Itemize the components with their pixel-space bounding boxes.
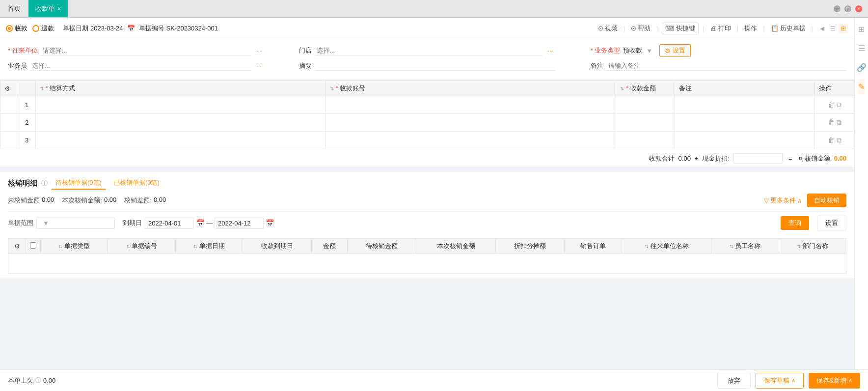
row3-delete-icon[interactable]: 🗑 — [828, 136, 835, 144]
sales-rep-more-button[interactable]: ··· — [254, 62, 264, 70]
counterparty-more-button[interactable]: ··· — [254, 47, 264, 55]
counterparty-input[interactable] — [41, 46, 251, 56]
verify-section: 核销明细 ⓘ 待核销单据(0笔) 已核销单据(0笔) 未核销金额 0.00 本次… — [0, 172, 854, 279]
tab-receipt[interactable]: 收款单 × — [28, 0, 68, 17]
row2-copy-icon[interactable]: ⧉ — [837, 118, 841, 127]
radio-shoukuan[interactable]: 收款 — [6, 24, 27, 33]
help-button[interactable]: ⊙ 帮助 — [629, 23, 652, 34]
sales-rep-input[interactable] — [30, 61, 251, 71]
row1-copy-icon[interactable]: ⧉ — [837, 101, 841, 109]
done-tab[interactable]: 已核销单据(0笔) — [109, 177, 163, 190]
settings-button[interactable]: ⚙ 设置 — [659, 44, 691, 57]
footer-info-icon[interactable]: ⓘ — [35, 376, 41, 385]
history-button[interactable]: 📋 历史单据 — [769, 23, 808, 34]
auto-verify-button[interactable]: 自动核销 — [807, 194, 846, 207]
pending-tab[interactable]: 待核销单据(0笔) — [52, 177, 106, 190]
date-value: 2023-03-24 — [90, 25, 123, 32]
store-input[interactable] — [315, 46, 542, 56]
date-label: 单据日期 — [63, 24, 88, 33]
video-button[interactable]: ⊙ 视频 — [596, 23, 620, 34]
row1-actions: 🗑 ⧉ — [815, 96, 854, 114]
prev-layout-icon[interactable]: ◀ — [817, 24, 827, 33]
row2-amount[interactable] — [616, 114, 675, 132]
radio-tuikuan[interactable]: 退款 — [32, 24, 54, 33]
row3-actions: 🗑 ⧉ — [815, 132, 854, 149]
row2-account[interactable] — [326, 114, 616, 132]
summary-input[interactable] — [315, 61, 555, 71]
store-field: 门店 ··· — [299, 46, 555, 56]
print-button[interactable]: 🖨 打印 — [708, 23, 733, 34]
verify-settings-button[interactable]: 设置 — [817, 216, 846, 230]
more-conditions-button[interactable]: ▽ 更多条件 ∧ — [764, 196, 802, 205]
row1-amount[interactable] — [616, 96, 675, 114]
row1-remark[interactable] — [675, 96, 815, 114]
range-select[interactable]: ▼ — [36, 218, 115, 229]
row3-gear-cell — [0, 132, 18, 149]
business-type-select[interactable]: 预收款 ▼ — [623, 46, 652, 55]
grid-layout-icon[interactable]: ☰ — [828, 24, 838, 33]
main-form: * 往来单位 ··· 门店 ··· * 业务类型 预收款 ▼ ⚙ 设置 — [0, 39, 854, 81]
row1-delete-icon[interactable]: 🗑 — [828, 101, 835, 109]
row2-settlement[interactable] — [36, 114, 326, 132]
verify-info-icon[interactable]: ⓘ — [41, 179, 48, 188]
form-row-2: 业务员 ··· 摘要 备注 — [8, 61, 846, 71]
sidebar-attachment-icon[interactable]: 🔗 — [857, 60, 867, 75]
date-calendar-icon[interactable]: 📅 — [127, 25, 135, 32]
business-type-field: * 业务类型 预收款 ▼ ⚙ 设置 — [591, 44, 846, 57]
window-minimize-button[interactable]: — — [834, 5, 841, 12]
sidebar-list-icon[interactable]: ☰ — [858, 41, 865, 56]
bt-sales-order-header: 销售订单 — [564, 239, 622, 254]
row2-gear-cell — [0, 114, 18, 132]
abandon-button[interactable]: 放弃 — [717, 373, 751, 389]
date-from-calendar-icon[interactable]: 📅 — [196, 219, 204, 227]
bt-gear-icon[interactable]: ⚙ — [14, 243, 20, 250]
sidebar-table-icon[interactable]: ⊞ — [858, 22, 865, 37]
sidebar-edit-icon[interactable]: ✎ — [858, 79, 865, 94]
footer-info: 本单上欠 ⓘ 0.00 — [8, 376, 55, 385]
store-more-button[interactable]: ··· — [545, 47, 555, 55]
remark-label: 备注 — [591, 61, 603, 70]
row2-remark[interactable] — [675, 114, 815, 132]
row3-settlement[interactable] — [36, 132, 326, 149]
verify-header: 核销明细 ⓘ 待核销单据(0笔) 已核销单据(0笔) — [8, 177, 846, 190]
row2-actions: 🗑 ⧉ — [815, 114, 854, 132]
row3-copy-icon[interactable]: ⧉ — [837, 136, 841, 144]
query-button[interactable]: 查询 — [781, 216, 809, 230]
operations-button[interactable]: 操作 — [742, 23, 759, 34]
save-draft-label: 保存草稿 — [764, 376, 789, 385]
discount-input[interactable] — [733, 153, 783, 164]
business-type-value: 预收款 — [623, 46, 642, 55]
date-to-input[interactable] — [215, 218, 264, 229]
row1-settlement[interactable] — [36, 96, 326, 114]
row1-account[interactable] — [326, 96, 616, 114]
tab-bar: 首页 收款单 × — □ × — [0, 0, 868, 18]
save-new-button[interactable]: 保存&新增 ∧ — [809, 373, 860, 389]
row3-amount[interactable] — [616, 132, 675, 149]
tab-home[interactable]: 首页 — [0, 0, 28, 17]
row2-delete-icon[interactable]: 🗑 — [828, 118, 835, 127]
shortcut-button[interactable]: ⌨ 快捷键 — [662, 23, 699, 34]
remark-input[interactable] — [606, 61, 846, 71]
toolbar: 收款 退款 单据日期 2023-03-24 📅 单据编号 SK-20230324… — [0, 18, 854, 39]
table-settings-icon[interactable]: ⚙ — [4, 85, 10, 92]
sales-rep-label: 业务员 — [8, 61, 27, 70]
table-row: 1 🗑 ⧉ — [0, 96, 854, 114]
date-to-calendar-icon[interactable]: 📅 — [266, 219, 274, 227]
col-remark-header: 备注 — [675, 81, 815, 96]
bt-checkbox-header[interactable] — [26, 239, 41, 254]
select-all-checkbox[interactable] — [30, 242, 36, 249]
save-draft-button[interactable]: 保存草稿 ∧ — [756, 373, 804, 389]
row3-remark[interactable] — [675, 132, 815, 149]
verify-table: ⚙ ⇅ 单据类型 ⇅ 单据编号 ⇅ 单据日期 收款到期日 — [8, 238, 846, 274]
uncancelled-label: 未核销金额 — [8, 196, 40, 205]
date-from-input[interactable] — [145, 218, 194, 229]
row3-account[interactable] — [326, 132, 616, 149]
col-settings-header[interactable]: ⚙ — [0, 81, 18, 96]
bt-gear-header[interactable]: ⚙ — [8, 239, 26, 254]
window-close-button[interactable]: × — [855, 5, 862, 12]
form-layout-icon[interactable]: ⊞ — [839, 24, 848, 33]
tab-close-icon[interactable]: × — [57, 5, 61, 12]
due-date-field: 到期日 📅 — 📅 — [123, 218, 274, 229]
window-maximize-button[interactable]: □ — [844, 5, 851, 12]
uncancelled-stat: 未核销金额 0.00 — [8, 196, 54, 205]
